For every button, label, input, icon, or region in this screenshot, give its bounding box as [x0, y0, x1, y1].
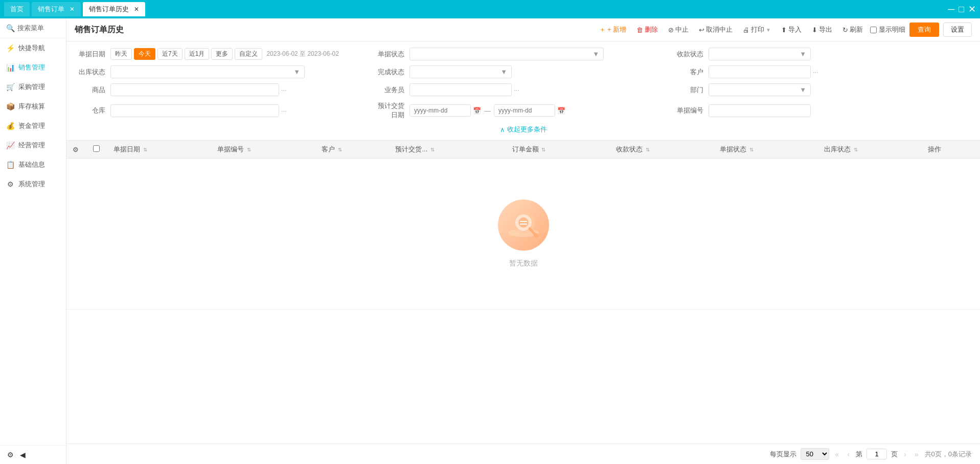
prev-page-button[interactable]: ‹	[845, 449, 852, 459]
sort-customer-icon: ⇅	[338, 147, 342, 152]
complete-status-select[interactable]: ▼	[409, 65, 512, 78]
receipt-status-select[interactable]: ▼	[709, 48, 811, 60]
sort-receipt-icon: ⇅	[646, 147, 650, 152]
delivery-date-to[interactable]	[494, 104, 555, 117]
sidebar-item-purchase[interactable]: 🛒 采购管理	[0, 77, 66, 97]
th-checkbox[interactable]	[87, 141, 107, 159]
salesman-control: ···	[409, 83, 673, 96]
th-bill-no[interactable]: 单据编号 ⇅	[211, 141, 315, 159]
date-btn-custom[interactable]: 自定义	[235, 48, 262, 60]
tab-sales-order[interactable]: 销售订单 ✕	[32, 2, 81, 16]
product-input[interactable]	[110, 83, 279, 96]
bill-status-select[interactable]: ▼	[409, 48, 604, 60]
date-btn-7days[interactable]: 近7天	[157, 48, 183, 60]
product-control: ···	[110, 83, 374, 96]
th-bill-status[interactable]: 单据状态 ⇅	[714, 141, 817, 159]
collapse-filter-button[interactable]: ∧ 收起更多条件	[75, 125, 972, 134]
print-dropdown-icon: ▼	[766, 27, 771, 33]
data-table: ⚙ 单据日期 ⇅ 单据编号 ⇅	[66, 141, 980, 310]
date-separator: —	[484, 107, 491, 115]
th-customer[interactable]: 客户 ⇅	[315, 141, 389, 159]
date-btn-more[interactable]: 更多	[211, 48, 233, 60]
warehouse-input[interactable]	[110, 104, 279, 117]
content-area: 销售订单历史 ＋ + 新增 🗑 删除 ⊘ 中止 ↩ 取消中止	[66, 18, 980, 464]
query-button[interactable]: 查询	[909, 23, 939, 37]
customer-picker-icon[interactable]: ···	[813, 68, 818, 76]
sidebar-item-operations[interactable]: 📈 经营管理	[0, 136, 66, 155]
th-bill-date[interactable]: 单据日期 ⇅	[107, 141, 211, 159]
th-out-status[interactable]: 出库状态 ⇅	[818, 141, 922, 159]
show-detail-toggle[interactable]: 显示明细	[870, 25, 905, 34]
export-icon: ⬇	[812, 26, 817, 34]
sidebar-item-system[interactable]: ⚙ 系统管理	[0, 174, 66, 194]
sidebar-item-finance[interactable]: 💰 资金管理	[0, 116, 66, 136]
date-btn-today[interactable]: 今天	[134, 48, 155, 60]
date-btn-yesterday[interactable]: 昨天	[110, 48, 132, 60]
inventory-icon: 📦	[6, 102, 14, 111]
next-page-button[interactable]: ›	[902, 449, 908, 459]
calendar-to-icon[interactable]: 📅	[557, 107, 565, 115]
refresh-button[interactable]: ↻ 刷新	[839, 24, 866, 36]
filter-row-3: 商品 ··· 业务员 ··· 部门 ▼	[75, 83, 972, 96]
stop-button[interactable]: ⊘ 中止	[665, 24, 692, 36]
calendar-from-icon[interactable]: 📅	[473, 107, 481, 115]
date-range-text: 2023-06-02 至 2023-06-02	[266, 50, 338, 58]
window-minimize-button[interactable]: ─	[948, 4, 954, 15]
sidebar-item-inventory[interactable]: 📦 库存核算	[0, 97, 66, 116]
date-btn-1month[interactable]: 近1月	[185, 48, 210, 60]
sidebar-item-sales[interactable]: 📊 销售管理	[0, 58, 66, 77]
close-tab-sales-order[interactable]: ✕	[70, 6, 75, 13]
last-page-button[interactable]: »	[913, 449, 921, 459]
out-status-select[interactable]: ▼	[110, 65, 305, 78]
product-picker-icon[interactable]: ···	[281, 86, 287, 94]
sidebar-item-quick-nav[interactable]: ⚡ 快捷导航	[0, 38, 66, 58]
first-page-button[interactable]: «	[833, 449, 841, 459]
column-settings-icon[interactable]: ⚙	[73, 146, 79, 153]
operations-icon: 📈	[6, 141, 14, 149]
tab-sales-order-history[interactable]: 销售订单历史 ✕	[83, 2, 145, 16]
page-label: 第	[856, 450, 862, 459]
show-detail-checkbox[interactable]	[870, 27, 877, 33]
export-button[interactable]: ⬇ 导出	[809, 24, 835, 36]
collapse-sidebar-icon[interactable]: ◀	[18, 451, 27, 459]
page-number-input[interactable]	[867, 449, 887, 459]
sales-icon: 📊	[6, 63, 14, 72]
bill-no-input[interactable]	[709, 104, 811, 117]
delete-button[interactable]: 🗑 删除	[633, 24, 661, 36]
sidebar-item-basic-info[interactable]: 📋 基础信息	[0, 155, 66, 174]
window-close-button[interactable]: ✕	[968, 4, 976, 15]
salesman-picker-icon[interactable]: ···	[514, 86, 519, 94]
close-tab-sales-order-history[interactable]: ✕	[134, 6, 139, 13]
page-suffix: 页	[891, 450, 898, 459]
th-delivery-date[interactable]: 预计交货... ⇅	[389, 141, 506, 159]
th-order-amount[interactable]: 订单金额 ⇅	[506, 141, 610, 159]
import-button[interactable]: ⬆ 导入	[778, 24, 805, 36]
customer-input[interactable]	[709, 65, 811, 78]
sidebar-search[interactable]: 🔍 搜索菜单	[0, 18, 66, 38]
per-page-select[interactable]: 50 10 20 100	[801, 448, 829, 460]
filter-row-4: 仓库 ··· 预计交货日期 📅 — 📅 单据编号	[75, 101, 972, 120]
warehouse-picker-icon[interactable]: ···	[281, 107, 287, 115]
window-maximize-button[interactable]: □	[959, 4, 964, 15]
new-button[interactable]: ＋ + 新增	[596, 24, 629, 36]
print-button[interactable]: 🖨 打印 ▼	[740, 24, 774, 36]
sort-bill-no-icon: ⇅	[247, 147, 251, 152]
receipt-status-value	[713, 50, 715, 58]
date-label: 单据日期	[75, 50, 110, 59]
date-filter-control: 昨天 今天 近7天 近1月 更多 自定义 2023-06-02 至 2023-0…	[110, 48, 374, 60]
settings-bottom-icon[interactable]: ⚙	[6, 451, 14, 459]
cancel-stop-button[interactable]: ↩ 取消中止	[696, 24, 736, 36]
import-icon: ⬆	[781, 26, 787, 34]
select-all-checkbox[interactable]	[93, 145, 100, 152]
filter-row-2: 出库状态 ▼ 完成状态 ▼ 客户 ···	[75, 65, 972, 78]
settings-button[interactable]: 设置	[943, 23, 972, 37]
th-settings[interactable]: ⚙	[66, 141, 87, 159]
dept-select[interactable]: ▼	[709, 83, 811, 96]
filter-row-1: 单据日期 昨天 今天 近7天 近1月 更多 自定义 2023-06-02 至 2…	[75, 48, 972, 60]
salesman-input[interactable]	[409, 83, 512, 96]
delivery-date-from[interactable]	[409, 104, 471, 117]
top-bar-right: ─ □ ✕	[948, 4, 976, 15]
th-receipt-status[interactable]: 收款状态 ⇅	[610, 141, 714, 159]
complete-status-value	[414, 68, 416, 76]
tab-home[interactable]: 首页	[4, 2, 30, 16]
